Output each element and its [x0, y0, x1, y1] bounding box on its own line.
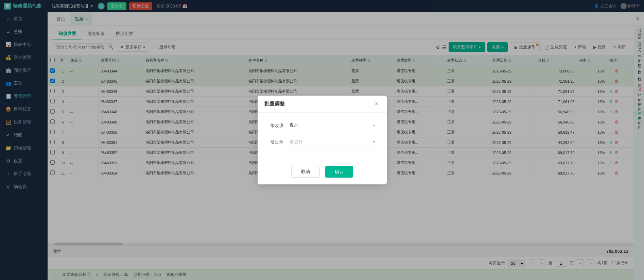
modal-body: 修改项 客户 ▾ 修改为 请选择 ▾ — [258, 113, 387, 162]
modal-footer: 取消 确认 — [258, 162, 387, 184]
modify-to-select[interactable]: 请选择 ▾ — [288, 137, 377, 147]
modify-to-placeholder: 请选择 — [290, 139, 303, 145]
modify-item-row: 修改项 客户 ▾ — [267, 121, 377, 130]
cancel-button[interactable]: 取消 — [291, 166, 320, 178]
modify-to-row: 修改为 请选择 ▾ — [267, 137, 377, 147]
modify-to-dropdown-icon: ▾ — [373, 139, 375, 144]
modify-item-label: 修改项 — [267, 122, 283, 129]
modal-title: 批量调整 — [264, 101, 285, 107]
modify-item-value: 客户 — [290, 122, 298, 128]
modify-to-label: 修改为 — [267, 139, 283, 145]
modify-item-dropdown-icon: ▾ — [373, 123, 375, 128]
modal-overlay[interactable]: 批量调整 × 修改项 客户 ▾ 修改为 请选择 ▾ 取消 确认 — [0, 0, 644, 280]
batch-adjust-modal: 批量调整 × 修改项 客户 ▾ 修改为 请选择 ▾ 取消 确认 — [258, 96, 387, 184]
modal-header: 批量调整 × — [258, 96, 387, 113]
modify-item-select[interactable]: 客户 ▾ — [288, 121, 377, 130]
confirm-button[interactable]: 确认 — [325, 166, 353, 178]
modal-close-button[interactable]: × — [373, 100, 380, 108]
